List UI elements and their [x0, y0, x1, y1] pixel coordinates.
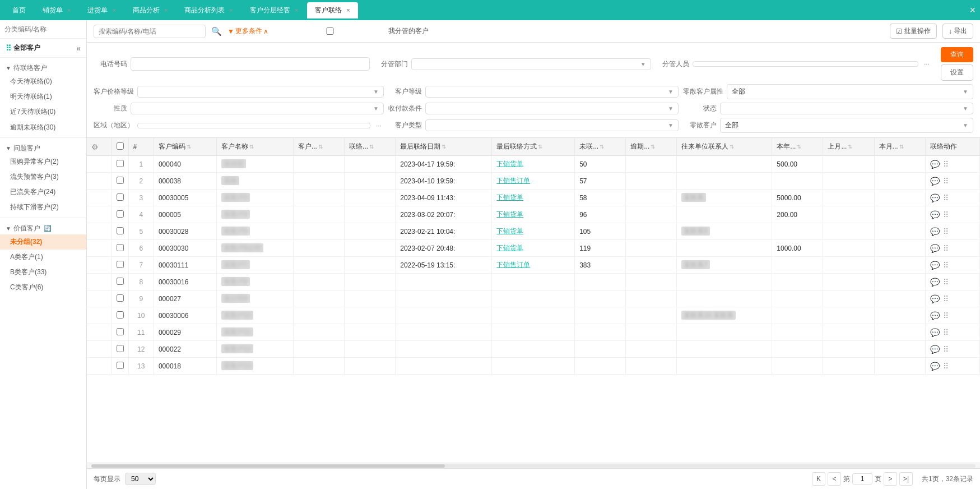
- payment-select[interactable]: ▼: [425, 103, 679, 114]
- tab-product-analysis-list[interactable]: 商品分析列表 ×: [177, 2, 240, 19]
- sidebar-item-churn-warning[interactable]: 流失预警客户(3): [0, 169, 86, 184]
- col-no-contact[interactable]: 未联...⇅: [575, 138, 626, 156]
- sidebar-item-overdue-contact[interactable]: 逾期未联络(30): [0, 120, 86, 135]
- more-icon[interactable]: ⠿: [943, 227, 949, 236]
- tab-customer-segment-close[interactable]: ×: [295, 7, 298, 13]
- customer-type-select[interactable]: ▼: [425, 119, 679, 131]
- tab-product-analysis-close[interactable]: ×: [164, 7, 168, 13]
- select-all-checkbox[interactable]: [117, 142, 124, 150]
- row-checkbox-cell[interactable]: [112, 274, 128, 290]
- last-page-button[interactable]: >|: [899, 472, 913, 486]
- row-checkbox[interactable]: [117, 278, 124, 285]
- gear-icon[interactable]: ⚙: [91, 142, 99, 151]
- chat-icon[interactable]: 💬: [930, 210, 940, 219]
- tab-product-analysis-list-close[interactable]: ×: [229, 7, 233, 13]
- row-checkbox-cell[interactable]: [112, 156, 128, 173]
- tab-customer-contact[interactable]: 客户联络 ×: [307, 2, 357, 19]
- col-last-date[interactable]: 最后联络日期⇅: [396, 138, 492, 156]
- export-button[interactable]: ↓ 导出: [942, 24, 973, 39]
- more-icon[interactable]: ⠿: [943, 210, 949, 219]
- row-last-method[interactable]: [492, 274, 575, 290]
- more-icon[interactable]: ⠿: [943, 345, 949, 354]
- contact-method-link[interactable]: 下销售订单: [496, 261, 530, 269]
- status-select[interactable]: ▼: [720, 103, 973, 114]
- group-value-customers[interactable]: ▼ 价值客户 🔄: [0, 220, 86, 234]
- chat-icon[interactable]: 💬: [930, 328, 940, 337]
- scattered-attr-select[interactable]: 全部 ▼: [727, 84, 973, 99]
- row-checkbox[interactable]: [117, 362, 124, 369]
- col-type[interactable]: 客户...⇅: [293, 138, 344, 156]
- col-name[interactable]: 客户名称⇅: [216, 138, 293, 156]
- chat-icon[interactable]: 💬: [930, 160, 940, 169]
- row-last-method[interactable]: [492, 324, 575, 341]
- row-checkbox[interactable]: [117, 294, 124, 302]
- col-last-month[interactable]: 上月...⇅: [823, 138, 874, 156]
- more-filters-button[interactable]: ▼ 更多条件 ∧: [227, 26, 268, 36]
- more-icon[interactable]: ⠿: [943, 328, 949, 337]
- region-dots-button[interactable]: ···: [374, 119, 384, 132]
- price-grade-select[interactable]: ▼: [137, 86, 384, 98]
- contact-method-link[interactable]: 下销货单: [496, 160, 523, 168]
- contact-method-link[interactable]: 下销货单: [496, 227, 523, 235]
- row-checkbox-cell[interactable]: [112, 206, 128, 223]
- more-icon[interactable]: ⠿: [943, 294, 949, 303]
- sidebar-item-unclassified[interactable]: 未分组(32): [0, 234, 86, 250]
- scattered-select[interactable]: 全部 ▼: [720, 118, 973, 133]
- col-contact[interactable]: 联络...⇅: [345, 138, 396, 156]
- more-icon[interactable]: ⠿: [943, 160, 949, 169]
- first-page-button[interactable]: K: [812, 472, 825, 486]
- col-this-month[interactable]: 本月...⇅: [874, 138, 925, 156]
- tab-sales[interactable]: 销货单 ×: [35, 2, 78, 19]
- col-overdue[interactable]: 逾期...⇅: [626, 138, 677, 156]
- more-icon[interactable]: ⠿: [943, 311, 949, 320]
- row-checkbox[interactable]: [117, 311, 124, 319]
- row-checkbox[interactable]: [117, 210, 124, 218]
- row-checkbox-cell[interactable]: [112, 223, 128, 240]
- row-checkbox[interactable]: [117, 244, 124, 251]
- person-dots-button[interactable]: ···: [922, 58, 932, 70]
- chat-icon[interactable]: 💬: [930, 294, 940, 303]
- my-customers-checkbox[interactable]: 我分管的客户: [274, 26, 429, 36]
- more-icon[interactable]: ⠿: [943, 177, 949, 186]
- chat-icon[interactable]: 💬: [930, 177, 940, 186]
- sidebar-item-declining[interactable]: 持续下滑客户(2): [0, 200, 86, 215]
- chat-icon[interactable]: 💬: [930, 362, 940, 371]
- prev-page-button[interactable]: <: [828, 472, 841, 486]
- contact-method-link[interactable]: 下销售订单: [496, 177, 530, 184]
- row-last-method[interactable]: [492, 307, 575, 324]
- nature-select[interactable]: ▼: [131, 103, 384, 114]
- contact-method-link[interactable]: 下销货单: [496, 210, 523, 218]
- sidebar-collapse-btn[interactable]: «: [76, 44, 81, 53]
- sidebar-item-class-a[interactable]: A类客户(1): [0, 250, 86, 265]
- row-checkbox[interactable]: [117, 227, 124, 234]
- dept-select[interactable]: ▼: [411, 58, 651, 70]
- more-icon[interactable]: ⠿: [943, 362, 949, 371]
- page-size-select[interactable]: 50 100 200: [125, 473, 156, 485]
- more-icon[interactable]: ⠿: [943, 193, 949, 202]
- chat-icon[interactable]: 💬: [930, 261, 940, 270]
- more-icon[interactable]: ⠿: [943, 278, 949, 287]
- sidebar-item-tomorrow-pending[interactable]: 明天待联络(1): [0, 89, 86, 104]
- sidebar-item-churned[interactable]: 已流失客户(24): [0, 184, 86, 200]
- group-pending-contact[interactable]: ▼ 待联络客户: [0, 60, 86, 74]
- row-checkbox[interactable]: [117, 177, 124, 184]
- sidebar-item-today-pending[interactable]: 今天待联络(0): [0, 74, 86, 89]
- chat-icon[interactable]: 💬: [930, 345, 940, 354]
- row-checkbox-cell[interactable]: [112, 358, 128, 375]
- tab-purchase-close[interactable]: ×: [112, 7, 115, 13]
- next-page-button[interactable]: >: [884, 472, 897, 486]
- row-checkbox[interactable]: [117, 193, 124, 201]
- contact-method-link[interactable]: 下销货单: [496, 244, 523, 252]
- row-last-method[interactable]: [492, 290, 575, 307]
- my-customers-check[interactable]: [274, 27, 386, 35]
- row-last-method[interactable]: 下销售订单: [492, 173, 575, 190]
- h-scroll-thumb[interactable]: [91, 464, 445, 468]
- col-gear[interactable]: ⚙: [87, 138, 112, 156]
- chat-icon[interactable]: 💬: [930, 311, 940, 320]
- row-last-method[interactable]: 下销售订单: [492, 257, 575, 274]
- tab-customer-contact-close[interactable]: ×: [346, 7, 350, 13]
- col-contact-person[interactable]: 往来单位联系人⇅: [677, 138, 772, 156]
- tab-product-analysis[interactable]: 商品分析 ×: [125, 2, 175, 19]
- refresh-badge[interactable]: 🔄: [44, 225, 52, 232]
- tab-sales-close[interactable]: ×: [67, 7, 71, 13]
